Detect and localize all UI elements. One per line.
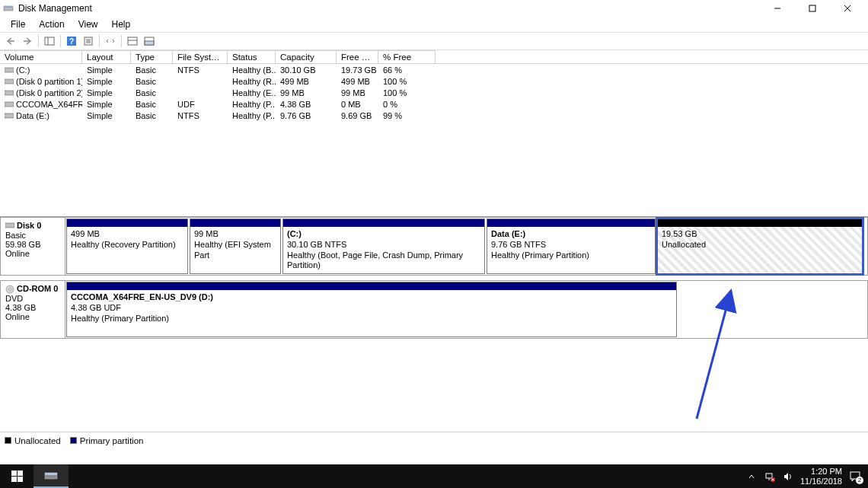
toolbar: ? <box>0 32 868 50</box>
volume-layout: Simple <box>82 77 131 86</box>
svg-rect-35 <box>766 474 772 478</box>
svg-rect-20 <box>5 68 14 72</box>
tray-clock[interactable]: 1:20 PM 11/16/2018 <box>800 467 842 485</box>
partition[interactable]: 99 MBHealthy (EFI System Part <box>190 218 281 274</box>
volume-table: Volume Layout Type File System Status Ca… <box>0 50 868 121</box>
partition-status: Healthy (Recovery Partition) <box>71 240 176 249</box>
legend-swatch-unallocated <box>5 437 11 444</box>
back-button[interactable] <box>3 33 18 49</box>
volume-capacity: 30.10 GB <box>276 65 337 75</box>
partition-body: 19.53 GBUnallocated <box>658 227 862 273</box>
toolbar-separator <box>38 35 39 47</box>
col-capacity[interactable]: Capacity <box>276 50 337 63</box>
volume-row[interactable]: Data (E:)SimpleBasicNTFSHealthy (P...9.7… <box>0 110 868 121</box>
svg-rect-24 <box>5 113 14 118</box>
volume-free: 499 MB <box>337 77 378 86</box>
svg-rect-30 <box>18 470 23 476</box>
disk-row-cdrom0: CD-ROM 0 DVD 4.38 GB Online CCCOMA_X64FR… <box>0 280 868 340</box>
bottom-view-button[interactable] <box>142 33 157 49</box>
volume-row[interactable]: (C:)SimpleBasicNTFSHealthy (B...30.10 GB… <box>0 64 868 75</box>
show-hide-console-tree-button[interactable] <box>42 33 57 49</box>
partition-status: Healthy (Primary Partition) <box>71 314 169 323</box>
menu-action[interactable]: Action <box>33 18 70 31</box>
volume-free: 0 MB <box>337 100 378 109</box>
refresh-button[interactable] <box>103 33 118 49</box>
taskbar-disk-management[interactable] <box>34 464 69 488</box>
partition-unallocated[interactable]: 19.53 GBUnallocated <box>657 218 863 274</box>
partition[interactable]: Data (E:)9.76 GB NTFSHealthy (Primary Pa… <box>487 218 656 274</box>
disk0-size: 59.98 GB <box>5 240 60 249</box>
close-button[interactable] <box>830 0 865 17</box>
svg-rect-1 <box>4 6 13 8</box>
volume-name: Data (E:) <box>16 111 49 120</box>
partition-header <box>67 282 676 290</box>
legend-bar: Unallocated Primary partition <box>0 432 868 448</box>
col-volume[interactable]: Volume <box>0 50 82 63</box>
partition[interactable]: 499 MBHealthy (Recovery Partition) <box>66 218 188 274</box>
forward-button[interactable] <box>20 33 35 49</box>
partition-status: Healthy (EFI System Part <box>194 240 271 260</box>
volume-name: (Disk 0 partition 1) <box>16 77 82 86</box>
help-button[interactable]: ? <box>64 33 79 49</box>
title-bar: Disk Management <box>0 0 868 17</box>
col-status[interactable]: Status <box>228 50 276 63</box>
svg-rect-29 <box>11 470 17 476</box>
minimize-button[interactable] <box>760 0 795 17</box>
partition-status: Healthy (Primary Partition) <box>491 250 589 260</box>
menu-file[interactable]: File <box>5 18 31 31</box>
volume-layout: Simple <box>82 65 131 75</box>
menu-help[interactable]: Help <box>106 18 137 31</box>
menu-view[interactable]: View <box>72 18 104 31</box>
volume-pctfree: 0 % <box>378 100 436 109</box>
legend-swatch-primary <box>70 437 77 444</box>
volume-type: Basic <box>131 77 173 86</box>
volume-capacity: 499 MB <box>276 77 337 86</box>
col-filesystem[interactable]: File System <box>173 50 228 63</box>
volume-status: Healthy (P... <box>228 111 276 120</box>
tray-network-icon[interactable] <box>764 470 776 483</box>
partition-title: Data (E:) <box>491 229 525 238</box>
system-tray: 1:20 PM 11/16/2018 2 <box>739 467 868 485</box>
col-pctfree[interactable]: % Free <box>378 50 436 63</box>
svg-rect-31 <box>11 477 17 482</box>
notification-count: 2 <box>856 477 863 484</box>
properties-button[interactable] <box>81 33 96 49</box>
top-view-button[interactable] <box>125 33 140 49</box>
cdrom0-partitions: CCCOMA_X64FRE_EN-US_DV9 (D:) 4.38 GB UDF… <box>65 280 868 339</box>
tray-volume-icon[interactable] <box>782 470 794 483</box>
col-freespace[interactable]: Free Spa... <box>337 50 378 63</box>
taskbar: 1:20 PM 11/16/2018 2 <box>0 464 868 488</box>
partition-header <box>283 219 484 227</box>
partition-title: CCCOMA_X64FRE_EN-US_DV9 (D:) <box>71 292 213 301</box>
volume-row[interactable]: (Disk 0 partition 1)SimpleBasicHealthy (… <box>0 75 868 87</box>
toolbar-separator <box>99 35 100 47</box>
maximize-button[interactable] <box>795 0 830 17</box>
volume-free: 99 MB <box>337 88 378 97</box>
disk-row-disk0: Disk 0 Basic 59.98 GB Online 499 MBHealt… <box>0 217 868 276</box>
disk0-info[interactable]: Disk 0 Basic 59.98 GB Online <box>0 217 65 276</box>
partition-size: 4.38 GB UDF <box>71 303 121 312</box>
volume-status: Healthy (R... <box>228 77 276 86</box>
tray-notifications-icon[interactable]: 2 <box>848 470 862 483</box>
svg-rect-22 <box>5 91 14 95</box>
partition-body: (C:)30.10 GB NTFSHealthy (Boot, Page Fil… <box>283 227 484 273</box>
start-button[interactable] <box>0 464 34 488</box>
col-type[interactable]: Type <box>131 50 173 63</box>
volume-row[interactable]: (Disk 0 partition 2)SimpleBasicHealthy (… <box>0 87 868 98</box>
volume-name: CCCOMA_X64FRE... <box>16 100 82 109</box>
volume-layout: Simple <box>82 111 131 120</box>
partition-size: 99 MB <box>194 229 219 238</box>
volume-fs: NTFS <box>173 65 228 75</box>
disk0-partitions: 499 MBHealthy (Recovery Partition)99 MBH… <box>65 217 868 276</box>
volume-capacity: 9.76 GB <box>276 111 337 120</box>
svg-rect-34 <box>45 473 57 475</box>
cdrom0-info[interactable]: CD-ROM 0 DVD 4.38 GB Online <box>0 280 65 339</box>
partition[interactable]: (C:)30.10 GB NTFSHealthy (Boot, Page Fil… <box>282 218 485 274</box>
tray-chevron-up-icon[interactable] <box>745 470 758 483</box>
disk0-type: Basic <box>5 231 60 240</box>
volume-layout: Simple <box>82 100 131 109</box>
volume-row[interactable]: CCCOMA_X64FRE...SimpleBasicUDFHealthy (P… <box>0 98 868 110</box>
col-layout[interactable]: Layout <box>82 50 131 63</box>
cdrom0-partition[interactable]: CCCOMA_X64FRE_EN-US_DV9 (D:) 4.38 GB UDF… <box>66 282 677 337</box>
drive-icon <box>5 66 14 74</box>
